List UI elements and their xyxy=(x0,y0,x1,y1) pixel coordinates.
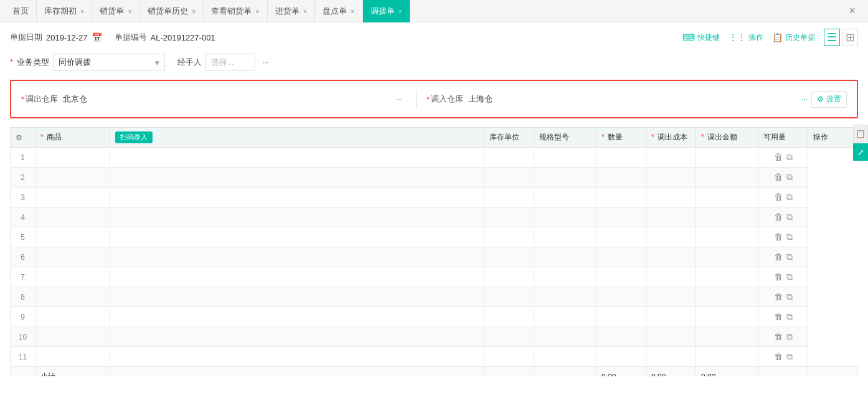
tab-home[interactable]: 首页 xyxy=(5,0,37,22)
cell-available[interactable] xyxy=(696,307,758,327)
cell-spec[interactable] xyxy=(484,188,534,207)
cell-unit[interactable] xyxy=(110,287,484,307)
cell-cost[interactable] xyxy=(597,267,646,287)
business-type-select[interactable]: 同价调拨 ▾ xyxy=(53,54,165,71)
settings-button[interactable]: ⚙ 设置 xyxy=(811,91,847,108)
cell-amount[interactable] xyxy=(646,207,696,227)
delete-icon[interactable]: 🗑 xyxy=(774,312,783,322)
table-gear-icon[interactable]: ⚙ xyxy=(16,133,22,142)
cell-qty[interactable] xyxy=(534,307,597,327)
cell-available[interactable] xyxy=(696,207,758,227)
cell-available[interactable] xyxy=(696,148,758,168)
cell-amount[interactable] xyxy=(646,227,696,247)
cell-spec[interactable] xyxy=(484,227,534,247)
cell-unit[interactable] xyxy=(110,168,484,188)
delete-icon[interactable]: 🗑 xyxy=(774,172,783,183)
warehouse-in-more-button[interactable]: ··· xyxy=(798,95,811,103)
handler-input[interactable]: 选择... xyxy=(205,54,255,71)
cell-spec[interactable] xyxy=(484,287,534,307)
delete-icon[interactable]: 🗑 xyxy=(774,232,783,242)
copy-icon[interactable]: ⧉ xyxy=(786,351,793,362)
tab-inventory-count-close[interactable]: × xyxy=(351,7,354,15)
tab-purchase-order-close[interactable]: × xyxy=(303,7,307,15)
cell-spec[interactable] xyxy=(484,207,534,227)
cell-product[interactable] xyxy=(35,247,110,267)
cell-amount[interactable] xyxy=(646,267,696,287)
copy-icon[interactable]: ⧉ xyxy=(786,252,793,262)
cell-available[interactable] xyxy=(696,247,758,267)
cell-cost[interactable] xyxy=(597,227,646,247)
cell-spec[interactable] xyxy=(484,347,534,367)
copy-icon[interactable]: ⧉ xyxy=(786,312,793,322)
cell-product[interactable] xyxy=(35,307,110,327)
cell-unit[interactable] xyxy=(110,247,484,267)
cell-spec[interactable] xyxy=(484,148,534,168)
tab-purchase-order[interactable]: 进货单 × xyxy=(268,0,315,22)
cell-product[interactable] xyxy=(35,327,110,347)
cell-qty[interactable] xyxy=(534,227,597,247)
tab-inventory-count[interactable]: 盘点单 × xyxy=(315,0,362,22)
cell-cost[interactable] xyxy=(597,327,646,347)
copy-icon[interactable]: ⧉ xyxy=(786,212,793,222)
copy-icon[interactable]: ⧉ xyxy=(786,192,793,202)
cell-cost[interactable] xyxy=(597,188,646,207)
copy-icon[interactable]: ⧉ xyxy=(786,331,793,342)
cell-available[interactable] xyxy=(696,188,758,207)
cell-amount[interactable] xyxy=(646,148,696,168)
cell-product[interactable] xyxy=(35,227,110,247)
copy-icon[interactable]: ⧉ xyxy=(786,272,793,282)
history-button[interactable]: 📋 历史单据 xyxy=(772,32,815,43)
cell-cost[interactable] xyxy=(597,307,646,327)
cell-cost[interactable] xyxy=(597,148,646,168)
cell-amount[interactable] xyxy=(646,247,696,267)
cell-qty[interactable] xyxy=(534,267,597,287)
cell-unit[interactable] xyxy=(110,227,484,247)
cell-available[interactable] xyxy=(696,168,758,188)
copy-icon[interactable]: ⧉ xyxy=(786,172,793,183)
cell-available[interactable] xyxy=(696,227,758,247)
cell-cost[interactable] xyxy=(597,247,646,267)
cell-amount[interactable] xyxy=(646,307,696,327)
delete-icon[interactable]: 🗑 xyxy=(774,152,783,163)
tab-sales-order[interactable]: 销货单 × xyxy=(92,0,139,22)
cell-product[interactable] xyxy=(35,148,110,168)
side-note-button[interactable]: 📋 xyxy=(853,125,868,142)
cell-cost[interactable] xyxy=(597,347,646,367)
warehouse-out-more-button[interactable]: ··· xyxy=(392,95,406,103)
handler-more-button[interactable]: ··· xyxy=(259,58,273,67)
tab-transfer-order-close[interactable]: × xyxy=(399,7,402,15)
cell-qty[interactable] xyxy=(534,247,597,267)
operations-button[interactable]: ⋮⋮ 操作 xyxy=(729,32,763,43)
layout-grid-icon[interactable]: ⊞ xyxy=(842,29,858,46)
tab-check-sales[interactable]: 查看销货单 × xyxy=(204,0,267,22)
cell-unit[interactable] xyxy=(110,327,484,347)
delete-icon[interactable]: 🗑 xyxy=(774,192,783,202)
cell-amount[interactable] xyxy=(646,327,696,347)
cell-amount[interactable] xyxy=(646,287,696,307)
cell-product[interactable] xyxy=(35,188,110,207)
cell-available[interactable] xyxy=(696,327,758,347)
delete-icon[interactable]: 🗑 xyxy=(774,292,783,302)
tab-sales-history[interactable]: 销货单历史 × xyxy=(140,0,204,22)
cell-cost[interactable] xyxy=(597,287,646,307)
cell-product[interactable] xyxy=(35,287,110,307)
layout-list-icon[interactable]: ☰ xyxy=(824,29,840,46)
cell-available[interactable] xyxy=(696,347,758,367)
cell-product[interactable] xyxy=(35,207,110,227)
cell-unit[interactable] xyxy=(110,148,484,168)
cell-qty[interactable] xyxy=(534,347,597,367)
cell-unit[interactable] xyxy=(110,207,484,227)
cell-qty[interactable] xyxy=(534,168,597,188)
copy-icon[interactable]: ⧉ xyxy=(786,152,793,163)
cell-amount[interactable] xyxy=(646,168,696,188)
cell-unit[interactable] xyxy=(110,347,484,367)
cell-qty[interactable] xyxy=(534,148,597,168)
cell-amount[interactable] xyxy=(646,347,696,367)
copy-icon[interactable]: ⧉ xyxy=(786,292,793,302)
cell-available[interactable] xyxy=(696,287,758,307)
delete-icon[interactable]: 🗑 xyxy=(774,272,783,282)
cell-product[interactable] xyxy=(35,347,110,367)
delete-icon[interactable]: 🗑 xyxy=(774,331,783,342)
cell-unit[interactable] xyxy=(110,188,484,207)
cell-amount[interactable] xyxy=(646,188,696,207)
